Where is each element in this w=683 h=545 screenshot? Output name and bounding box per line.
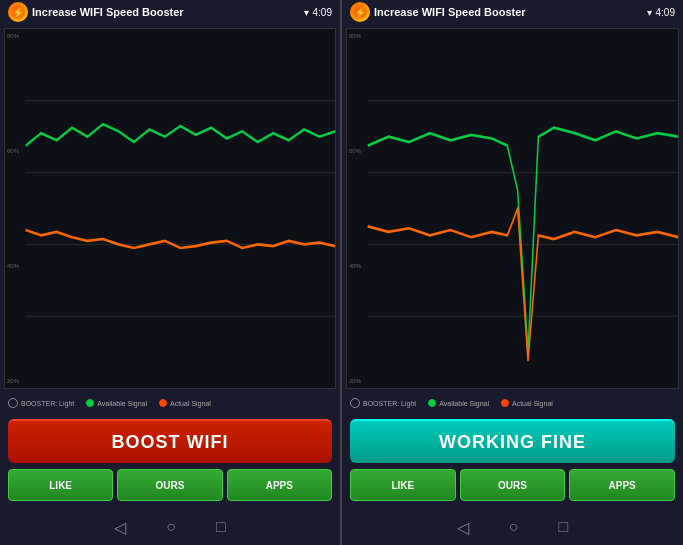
left-legend: BOOSTER: Light Available Signal Actual S… — [0, 393, 340, 413]
right-legend-green: Available Signal — [428, 399, 489, 407]
right-legend-circle-icon — [350, 398, 360, 408]
svg-text:⚡: ⚡ — [12, 6, 25, 19]
left-legend-red-dot — [159, 399, 167, 407]
left-status-bar: ⚡ Increase WIFI Speed Booster ▾ 4:09 — [0, 0, 340, 24]
right-ours-button[interactable]: OURS — [460, 469, 566, 501]
left-like-button[interactable]: LIKE — [8, 469, 113, 501]
left-app-icon: ⚡ — [8, 2, 28, 22]
right-status-bar: ⚡ Increase WIFI Speed Booster ▾ 4:09 — [342, 0, 683, 24]
left-y-40: 40% — [7, 263, 19, 269]
right-status-left: ⚡ Increase WIFI Speed Booster — [350, 2, 526, 22]
right-y-labels: 80% 60% 40% 20% — [349, 29, 361, 388]
right-apps-button[interactable]: APPS — [569, 469, 675, 501]
right-legend-circle-label: BOOSTER: Light — [363, 400, 416, 407]
right-back-button[interactable]: ◁ — [457, 518, 469, 537]
left-apps-button[interactable]: APPS — [227, 469, 332, 501]
left-legend-red-label: Actual Signal — [170, 400, 211, 407]
left-y-60: 60% — [7, 148, 19, 154]
left-legend-green-dot — [86, 399, 94, 407]
right-home-button[interactable]: ○ — [509, 518, 519, 536]
left-status-right: ▾ 4:09 — [304, 7, 332, 18]
right-app-icon: ⚡ — [350, 2, 370, 22]
right-legend-red-dot — [501, 399, 509, 407]
right-legend: BOOSTER: Light Available Signal Actual S… — [342, 393, 683, 413]
right-wifi-icon: ▾ — [647, 7, 652, 18]
right-status-right: ▾ 4:09 — [647, 7, 675, 18]
right-chart-svg — [347, 29, 678, 388]
left-wifi-icon: ▾ — [304, 7, 309, 18]
right-y-20: 20% — [349, 378, 361, 384]
left-screen: ⚡ Increase WIFI Speed Booster ▾ 4:09 80%… — [0, 0, 341, 545]
left-bottom-buttons: LIKE OURS APPS — [0, 469, 340, 509]
left-legend-red: Actual Signal — [159, 399, 211, 407]
right-bottom-buttons: LIKE OURS APPS — [342, 469, 683, 509]
left-chart-svg — [5, 29, 335, 388]
right-y-60: 60% — [349, 148, 361, 154]
left-nav-bar: ◁ ○ □ — [0, 509, 340, 545]
left-back-button[interactable]: ◁ — [114, 518, 126, 537]
right-chart-area: 80% 60% 40% 20% — [346, 28, 679, 389]
svg-text:⚡: ⚡ — [354, 6, 367, 19]
right-legend-circle: BOOSTER: Light — [350, 398, 416, 408]
right-y-40: 40% — [349, 263, 361, 269]
left-status-left: ⚡ Increase WIFI Speed Booster — [8, 2, 184, 22]
screens-container: ⚡ Increase WIFI Speed Booster ▾ 4:09 80%… — [0, 0, 683, 545]
left-legend-green-label: Available Signal — [97, 400, 147, 407]
right-time: 4:09 — [656, 7, 675, 18]
left-legend-circle-label: BOOSTER: Light — [21, 400, 74, 407]
left-time: 4:09 — [313, 7, 332, 18]
working-fine-button[interactable]: WORKING FINE — [350, 419, 675, 463]
right-legend-red-label: Actual Signal — [512, 400, 553, 407]
right-app-title: Increase WIFI Speed Booster — [374, 6, 526, 18]
right-like-button[interactable]: LIKE — [350, 469, 456, 501]
left-legend-green: Available Signal — [86, 399, 147, 407]
right-legend-green-dot — [428, 399, 436, 407]
left-ours-button[interactable]: OURS — [117, 469, 222, 501]
left-recents-button[interactable]: □ — [216, 518, 226, 536]
right-recents-button[interactable]: □ — [559, 518, 569, 536]
left-chart-area: 80% 60% 40% 20% — [4, 28, 336, 389]
left-legend-circle: BOOSTER: Light — [8, 398, 74, 408]
right-legend-green-label: Available Signal — [439, 400, 489, 407]
left-app-title: Increase WIFI Speed Booster — [32, 6, 184, 18]
right-screen: ⚡ Increase WIFI Speed Booster ▾ 4:09 80%… — [342, 0, 683, 545]
left-legend-circle-icon — [8, 398, 18, 408]
left-y-labels: 80% 60% 40% 20% — [7, 29, 19, 388]
right-y-80: 80% — [349, 33, 361, 39]
boost-wifi-button[interactable]: BOOST WIFI — [8, 419, 332, 463]
right-nav-bar: ◁ ○ □ — [342, 509, 683, 545]
left-y-20: 20% — [7, 378, 19, 384]
right-legend-red: Actual Signal — [501, 399, 553, 407]
left-y-80: 80% — [7, 33, 19, 39]
left-home-button[interactable]: ○ — [166, 518, 176, 536]
